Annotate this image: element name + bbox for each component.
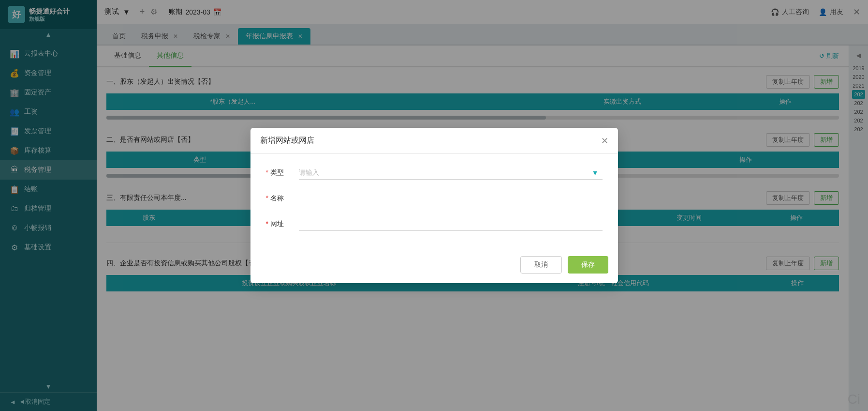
- name-field: [299, 191, 603, 205]
- modal-overlay[interactable]: 新增网站或网店 ✕ * 类型 ▼ * 名称: [0, 0, 868, 411]
- save-button[interactable]: 保存: [568, 256, 608, 274]
- name-input[interactable]: [299, 191, 603, 205]
- cancel-button[interactable]: 取消: [520, 256, 562, 274]
- form-row-type: * 类型 ▼: [266, 166, 603, 180]
- type-required-mark: *: [266, 168, 268, 176]
- dialog-body: * 类型 ▼ * 名称 *: [250, 154, 618, 250]
- dialog-footer: 取消 保存: [250, 250, 618, 283]
- name-required-mark: *: [266, 194, 268, 202]
- url-label: * 网址: [266, 220, 295, 228]
- url-input[interactable]: [299, 217, 603, 231]
- url-field: [299, 217, 603, 231]
- form-row-url: * 网址: [266, 217, 603, 231]
- add-website-dialog: 新增网站或网店 ✕ * 类型 ▼ * 名称: [250, 128, 618, 283]
- type-field: ▼: [299, 166, 603, 180]
- name-label: * 名称: [266, 194, 295, 203]
- dialog-title: 新增网站或网店: [260, 136, 314, 146]
- dialog-header: 新增网站或网店 ✕: [250, 128, 618, 154]
- type-input[interactable]: [299, 166, 603, 180]
- type-dropdown-arrow[interactable]: ▼: [592, 169, 599, 177]
- url-required-mark: *: [266, 220, 268, 228]
- dialog-close-button[interactable]: ✕: [601, 137, 608, 145]
- type-label: * 类型: [266, 168, 295, 177]
- form-row-name: * 名称: [266, 191, 603, 205]
